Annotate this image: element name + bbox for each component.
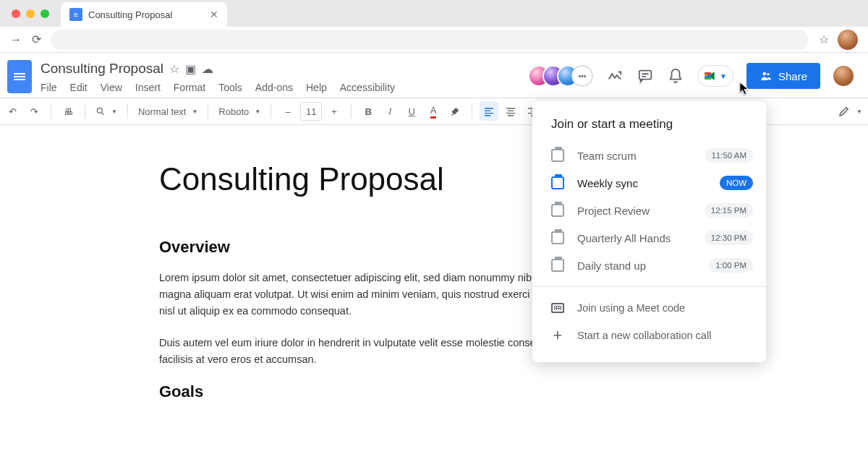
meet-popover: Join or start a meeting Team scrum11:50 … [532, 101, 766, 362]
window-controls [0, 9, 49, 18]
meeting-time-pill: 11:50 AM [705, 148, 753, 163]
chevron-down-icon: ▼ [720, 72, 727, 80]
document-title[interactable]: Consulting Proposal [41, 61, 163, 77]
activity-icon[interactable] [606, 67, 624, 85]
menu-format[interactable]: Format [174, 82, 205, 93]
notifications-icon[interactable] [667, 67, 684, 85]
align-left-button[interactable] [480, 102, 498, 121]
align-center-button[interactable] [501, 102, 520, 121]
docs-header: Consulting Proposal ☆ ▣ ☁ File Edit View… [0, 53, 868, 93]
font-size-input[interactable]: 11 [300, 102, 322, 121]
people-icon [760, 69, 773, 82]
calendar-icon [551, 231, 564, 244]
menu-accessibility[interactable]: Accessibility [340, 82, 395, 93]
font-size-increase[interactable]: + [325, 102, 344, 121]
move-folder-icon[interactable]: ▣ [185, 62, 196, 76]
menu-insert[interactable]: Insert [135, 82, 161, 93]
bookmark-star-icon[interactable]: ☆ [819, 33, 829, 46]
meeting-time-pill: 12:15 PM [705, 203, 753, 218]
svg-point-1 [762, 72, 766, 76]
font-family-select[interactable]: Roboto▼ [216, 102, 263, 121]
meeting-time-pill: NOW [720, 176, 753, 190]
menu-edit[interactable]: Edit [70, 82, 88, 93]
menu-tools[interactable]: Tools [218, 82, 242, 93]
window-close-dot[interactable] [12, 9, 20, 18]
editing-mode-button[interactable]: ▼ [835, 102, 865, 121]
profile-avatar[interactable] [838, 30, 858, 50]
menu-bar: File Edit View Insert Format Tools Add-o… [41, 82, 395, 93]
meeting-name: Project Review [577, 205, 692, 217]
print-button[interactable]: 🖶 [59, 102, 77, 121]
start-call-label: Start a new collaboration call [577, 330, 711, 341]
meeting-item[interactable]: Weekly syncNOW [532, 169, 766, 197]
meeting-item[interactable]: Project Review12:15 PM [532, 197, 766, 224]
plus-icon: + [551, 329, 564, 342]
bold-button[interactable]: B [359, 102, 378, 121]
menu-help[interactable]: Help [306, 82, 327, 93]
window-maximize-dot[interactable] [41, 9, 49, 18]
menu-view[interactable]: View [101, 82, 122, 93]
highlight-button[interactable] [446, 102, 464, 121]
tab-title: Consulting Proposal [88, 9, 172, 20]
undo-button[interactable]: ↶ [3, 102, 22, 121]
calendar-icon [551, 259, 564, 272]
share-button[interactable]: Share [746, 63, 820, 89]
window-minimize-dot[interactable] [26, 9, 35, 18]
reload-icon[interactable]: ⟳ [32, 33, 41, 46]
docs-favicon-icon: ≡ [69, 8, 82, 21]
account-avatar[interactable] [833, 66, 854, 86]
close-icon[interactable]: ✕ [210, 9, 218, 20]
svg-point-3 [97, 108, 102, 113]
cloud-saved-icon: ☁ [202, 62, 213, 76]
paragraph-style-select[interactable]: Normal text▼ [135, 102, 200, 121]
meeting-name: Weekly sync [577, 177, 707, 189]
calendar-icon [551, 176, 564, 189]
meeting-name: Quarterly All Hands [577, 232, 692, 244]
comments-icon[interactable] [637, 67, 654, 85]
forward-icon[interactable]: → [10, 33, 22, 46]
font-size-decrease[interactable]: – [278, 102, 297, 121]
underline-button[interactable]: U [402, 102, 421, 121]
address-bar[interactable] [51, 30, 809, 50]
browser-tab[interactable]: ≡ Consulting Proposal ✕ [61, 2, 227, 27]
collaborator-avatars[interactable]: ••• [528, 65, 593, 87]
redo-button[interactable]: ↷ [25, 102, 43, 121]
section-goals-heading[interactable]: Goals [159, 382, 709, 401]
meeting-item[interactable]: Team scrum11:50 AM [532, 142, 766, 169]
meeting-name: Daily stand up [577, 260, 696, 272]
share-label: Share [778, 70, 807, 82]
mouse-cursor [739, 82, 749, 96]
svg-point-2 [767, 73, 769, 75]
menu-file[interactable]: File [41, 82, 57, 93]
google-meet-icon [702, 69, 717, 83]
text-color-button[interactable]: A [424, 102, 443, 121]
docs-logo-icon[interactable] [7, 60, 32, 93]
avatar-more[interactable]: ••• [571, 65, 593, 87]
menu-add-ons[interactable]: Add-ons [255, 82, 293, 93]
calendar-icon [551, 149, 564, 162]
italic-button[interactable]: I [380, 102, 399, 121]
browser-toolbar: → ⟳ ☆ [0, 27, 868, 53]
meeting-item[interactable]: Quarterly All Hands12:30 PM [532, 224, 766, 252]
meet-button[interactable]: ▼ [697, 65, 733, 87]
calendar-icon [551, 204, 564, 217]
svg-rect-0 [639, 71, 652, 80]
zoom-select[interactable]: ▼ [93, 102, 120, 121]
browser-tab-strip: ≡ Consulting Proposal ✕ [0, 0, 868, 27]
divider [532, 286, 766, 287]
star-icon[interactable]: ☆ [169, 62, 179, 76]
join-with-code[interactable]: Join using a Meet code [532, 294, 766, 322]
meeting-time-pill: 12:30 PM [705, 231, 753, 245]
start-new-call[interactable]: + Start a new collaboration call [532, 322, 766, 349]
popover-title: Join or start a meeting [532, 117, 766, 142]
meeting-name: Team scrum [577, 150, 692, 162]
join-code-label: Join using a Meet code [577, 302, 685, 314]
meeting-item[interactable]: Daily stand up1:00 PM [532, 252, 766, 279]
keyboard-icon [551, 301, 564, 314]
meeting-time-pill: 1:00 PM [709, 258, 753, 273]
